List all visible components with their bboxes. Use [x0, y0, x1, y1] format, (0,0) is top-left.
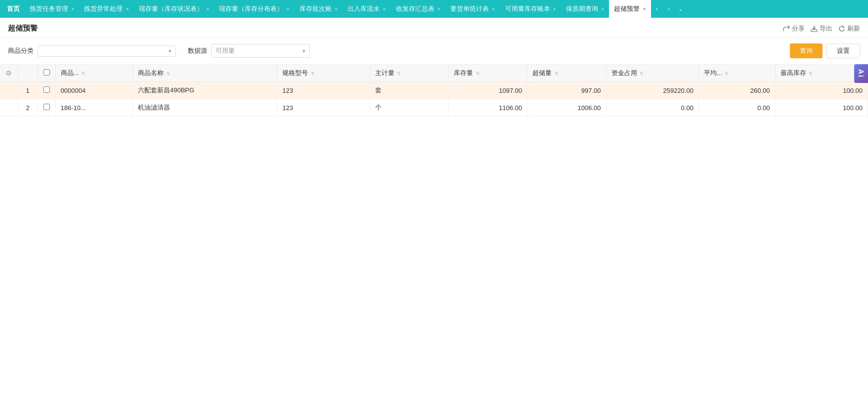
- nav-tab-8[interactable]: 可用量库存账本 ×: [500, 0, 561, 18]
- sort-over-icon: ⇅: [555, 71, 559, 76]
- select-all-checkbox[interactable]: [43, 69, 50, 76]
- row-index-cell: 1: [18, 82, 38, 99]
- row-checkbox[interactable]: [43, 86, 50, 93]
- filter-row: 商品分类 ▾ 数据源 可用量 ▾ 查询 设置: [0, 38, 868, 65]
- nav-tab-7[interactable]: 要货单统计表 ×: [445, 0, 500, 18]
- sort-spec-icon: ⇅: [311, 71, 315, 76]
- page-header: 超储预警 分享 导出 刷新: [0, 18, 868, 38]
- row-checkbox[interactable]: [43, 104, 50, 110]
- row-over-cell: 1006.00: [527, 99, 606, 117]
- gear-icon[interactable]: ⚙: [5, 69, 12, 77]
- refresh-icon: [838, 25, 845, 32]
- refresh-button[interactable]: 刷新: [838, 24, 860, 33]
- sort-code-icon: ⇅: [82, 71, 86, 76]
- close-tab-10[interactable]: ×: [643, 6, 646, 12]
- share-icon: [783, 25, 790, 32]
- row-check-cell[interactable]: [38, 82, 55, 99]
- category-select[interactable]: ▾: [38, 45, 176, 57]
- nav-tab-2[interactable]: 现存量（库存状况表） ×: [134, 0, 214, 18]
- page-content: 超储预警 分享 导出 刷新: [0, 18, 868, 395]
- sort-max-icon: ⇅: [809, 71, 813, 76]
- nav-tab-6[interactable]: 收发存汇总表 ×: [391, 0, 445, 18]
- close-tab-2[interactable]: ×: [206, 6, 209, 12]
- close-tab-8[interactable]: ×: [553, 6, 556, 12]
- nav-tab-0[interactable]: 拣货任务管理 ×: [25, 0, 79, 18]
- datasource-arrow-icon: ▾: [303, 48, 305, 54]
- close-tab-5[interactable]: ×: [383, 6, 386, 12]
- col-stock-header[interactable]: 库存量 ⇅: [449, 65, 527, 82]
- table-container: ⚙ 商品... ⇅ 商品名称 ⇅ 规格型号: [0, 65, 868, 117]
- row-stock-cell: 1097.00: [449, 82, 527, 99]
- col-unit-header[interactable]: 主计量 ⇅: [370, 65, 448, 82]
- filter-actions: 查询 设置: [790, 43, 860, 58]
- col-setting-header: ⚙: [0, 65, 18, 82]
- close-tab-1[interactable]: ×: [126, 6, 129, 12]
- row-spec-cell: 123: [277, 82, 370, 99]
- row-code-cell: 186-10...: [55, 99, 132, 117]
- row-unit-cell: 个: [370, 99, 448, 117]
- row-stock-cell: 1106.00: [449, 99, 527, 117]
- nav-tab-4[interactable]: 库存批次账 ×: [295, 0, 343, 18]
- row-setting-cell: [0, 82, 18, 99]
- sort-name-icon: ⇅: [167, 71, 171, 76]
- table-row: 2 186-10... 机油滤清器 123 个 1106.00 1006.00 …: [0, 99, 868, 117]
- row-name-cell: 六配套新昌490BPG: [132, 82, 277, 99]
- datasource-select[interactable]: 可用量 ▾: [211, 44, 310, 58]
- data-table: ⚙ 商品... ⇅ 商品名称 ⇅ 规格型号: [0, 65, 868, 117]
- row-max-cell: 100.00: [775, 99, 868, 117]
- col-capital-header[interactable]: 资金占用 ⇅: [606, 65, 698, 82]
- setting-button[interactable]: 设置: [826, 43, 860, 58]
- nav-tab-1[interactable]: 拣货异常处理 ×: [79, 0, 133, 18]
- row-avg-cell: 0.00: [698, 99, 775, 117]
- row-capital-cell: 0.00: [606, 99, 698, 117]
- col-name-header[interactable]: 商品名称 ⇅: [132, 65, 277, 82]
- category-filter: 商品分类 ▾: [8, 45, 176, 57]
- close-tab-0[interactable]: ×: [71, 6, 74, 12]
- close-tab-7[interactable]: ×: [492, 6, 495, 12]
- query-button[interactable]: 查询: [790, 43, 823, 58]
- nav-menu[interactable]: ⌄: [675, 0, 687, 18]
- row-index-cell: 2: [18, 99, 38, 117]
- category-label: 商品分类: [8, 46, 34, 55]
- close-tab-6[interactable]: ×: [437, 6, 440, 12]
- nav-home[interactable]: 首页: [2, 0, 25, 18]
- datasource-label: 数据源: [188, 46, 207, 55]
- share-button[interactable]: 分享: [783, 24, 805, 33]
- col-avg-header[interactable]: 平均... ⇅: [698, 65, 775, 82]
- row-name-cell: 机油滤清器: [132, 99, 277, 117]
- export-button[interactable]: 导出: [811, 24, 832, 33]
- svg-rect-0: [811, 30, 817, 32]
- sort-avg-icon: ⇅: [725, 71, 729, 76]
- row-unit-cell: 套: [370, 82, 448, 99]
- row-over-cell: 997.00: [527, 82, 606, 99]
- col-index-header: [18, 65, 38, 82]
- row-spec-cell: 123: [277, 99, 370, 117]
- datasource-value: 可用量: [216, 46, 235, 55]
- row-setting-cell: [0, 99, 18, 117]
- sort-unit-icon: ⇅: [397, 71, 401, 76]
- category-arrow-icon: ▾: [169, 48, 172, 54]
- nav-tab-3[interactable]: 现存量（库存分布表） ×: [214, 0, 294, 18]
- datasource-filter: 数据源 可用量 ▾: [188, 44, 310, 58]
- col-code-header[interactable]: 商品... ⇅: [55, 65, 132, 82]
- col-over-header[interactable]: 超储量 ⇅: [527, 65, 606, 82]
- col-spec-header[interactable]: 规格型号 ⇅: [277, 65, 370, 82]
- row-avg-cell: 260.00: [698, 82, 775, 99]
- nav-prev[interactable]: ‹: [651, 0, 663, 18]
- col-check-header: [38, 65, 55, 82]
- close-tab-4[interactable]: ×: [335, 6, 338, 12]
- row-check-cell[interactable]: [38, 99, 55, 117]
- nav-tab-5[interactable]: 出入库流水 ×: [343, 0, 391, 18]
- page-actions: 分享 导出 刷新: [783, 24, 860, 33]
- close-tab-9[interactable]: ×: [601, 6, 604, 12]
- nav-next[interactable]: ›: [663, 0, 675, 18]
- close-tab-3[interactable]: ×: [286, 6, 289, 12]
- sort-capital-icon: ⇅: [640, 71, 644, 76]
- export-icon: [811, 25, 818, 32]
- table-header-row: ⚙ 商品... ⇅ 商品名称 ⇅ 规格型号: [0, 65, 868, 82]
- ai-badge[interactable]: Ai: [854, 64, 868, 83]
- sort-stock-icon: ⇅: [476, 71, 480, 76]
- nav-tab-9[interactable]: 保质期查询 ×: [561, 0, 609, 18]
- table-row: 1 0000004 六配套新昌490BPG 123 套 1097.00 997.…: [0, 82, 868, 99]
- nav-tab-10[interactable]: 超储预警 ×: [609, 0, 651, 18]
